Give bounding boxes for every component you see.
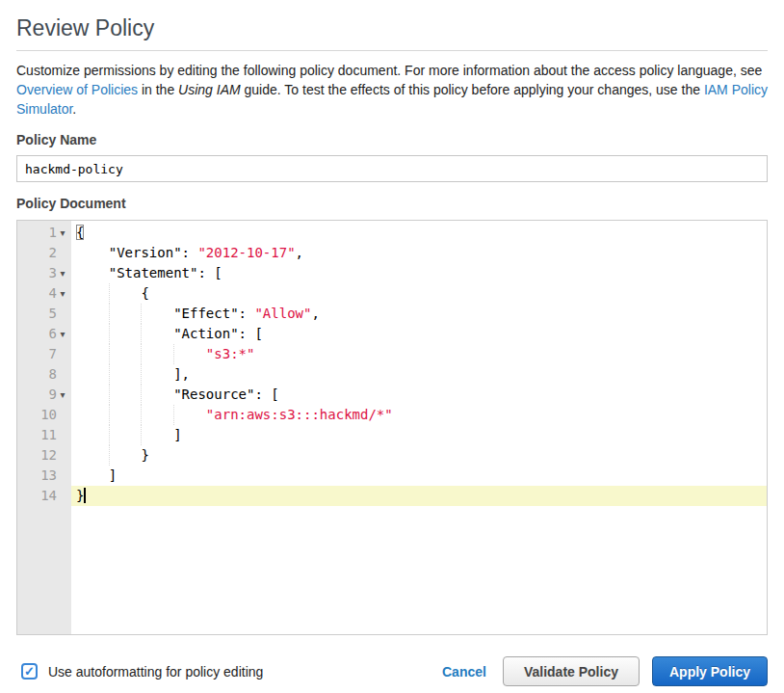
string-token: "arn:aws:s3:::hackmd/*" <box>206 407 393 422</box>
code-line-3: "Statement": [ <box>71 263 767 283</box>
code-line-5: "Effect": "Allow", <box>71 304 767 324</box>
gutter-line-13: 13 <box>17 466 71 486</box>
footer-actions: Cancel Validate Policy Apply Policy <box>442 656 768 686</box>
code-token: "Statement": [ <box>76 265 222 280</box>
overview-of-policies-link[interactable]: Overview of Policies <box>16 82 138 97</box>
code-line-14: } <box>71 486 767 506</box>
string-token: "2012-10-17" <box>197 245 295 260</box>
code-line-10: "arn:aws:s3:::hackmd/*" <box>71 405 767 425</box>
code-token: "Effect": <box>76 306 254 321</box>
policy-name-input[interactable] <box>16 155 768 182</box>
line-number: 13 <box>40 466 57 486</box>
intro-text-before: Customize permissions by editing the fol… <box>16 63 762 78</box>
string-token: "Allow" <box>254 306 311 321</box>
line-number: 14 <box>40 486 57 506</box>
footer-bar: ✓ Use autoformatting for policy editing … <box>16 656 768 686</box>
validate-policy-button[interactable]: Validate Policy <box>503 656 640 686</box>
checkmark-icon: ✓ <box>24 665 35 678</box>
fold-arrow-icon[interactable]: ▾ <box>57 385 68 405</box>
line-number: 4 <box>49 283 57 304</box>
gutter-line-10: 10 <box>17 405 71 425</box>
intro-text-mid1: in the <box>138 82 178 97</box>
code-line-8: ], <box>71 364 767 385</box>
line-number: 11 <box>40 425 57 445</box>
indent-guide <box>109 283 110 304</box>
indent-guide <box>109 405 110 425</box>
autoformat-checkbox[interactable]: ✓ <box>21 663 38 680</box>
apply-policy-button[interactable]: Apply Policy <box>652 656 768 686</box>
code-token: ] <box>76 427 182 442</box>
indent-guide <box>109 344 110 364</box>
line-number: 3 <box>49 263 57 283</box>
line-number: 9 <box>49 385 57 405</box>
line-number: 2 <box>49 243 57 263</box>
indent-guide <box>173 344 174 364</box>
gutter-line-1: 1▾ <box>17 223 71 243</box>
editor-code[interactable]: { "Version": "2012-10-17", "Statement": … <box>71 221 767 634</box>
code-line-1: { <box>71 223 767 243</box>
using-iam-guide-name: Using IAM <box>178 82 241 97</box>
gutter-line-4: 4▾ <box>17 283 71 304</box>
gutter-line-12: 12 <box>17 445 71 466</box>
header-divider <box>16 50 768 51</box>
line-number: 10 <box>40 405 57 425</box>
indent-guide <box>141 304 142 324</box>
code-line-12: } <box>71 445 767 466</box>
intro-paragraph: Customize permissions by editing the fol… <box>16 61 768 119</box>
autoformat-label: Use autoformatting for policy editing <box>48 664 263 680</box>
code-line-11: ] <box>71 425 767 445</box>
line-number: 6 <box>49 324 57 344</box>
indent-guide <box>141 405 142 425</box>
gutter-line-11: 11 <box>17 425 71 445</box>
text-cursor <box>84 488 86 503</box>
code-line-7: "s3:*" <box>71 344 767 364</box>
line-number: 5 <box>49 304 57 324</box>
code-line-6: "Action": [ <box>71 324 767 344</box>
indent-guide <box>109 385 110 405</box>
fold-arrow-icon[interactable]: ▾ <box>57 223 68 243</box>
code-token: } <box>76 488 84 503</box>
page-title: Review Policy <box>16 15 768 40</box>
gutter-line-3: 3▾ <box>17 263 71 283</box>
line-number: 12 <box>40 445 57 466</box>
line-number: 1 <box>49 223 57 243</box>
code-line-9: "Resource": [ <box>71 385 767 405</box>
indent-guide <box>141 385 142 405</box>
fold-arrow-icon[interactable]: ▾ <box>57 324 68 344</box>
cancel-link[interactable]: Cancel <box>442 664 486 680</box>
code-token: "Version": <box>76 245 197 260</box>
intro-text-mid2: guide. To test the effects of this polic… <box>241 82 704 97</box>
code-token: "Resource": [ <box>76 386 279 402</box>
fold-arrow-icon[interactable]: ▾ <box>57 283 68 304</box>
policy-name-label: Policy Name <box>16 132 768 147</box>
indent-guide <box>173 405 174 425</box>
gutter-line-9: 9▾ <box>17 385 71 405</box>
policy-document-editor[interactable]: 1▾23▾4▾56▾789▾1011121314 { "Version": "2… <box>16 220 768 635</box>
gutter-line-14: 14 <box>17 486 71 506</box>
code-line-2: "Version": "2012-10-17", <box>71 243 767 263</box>
indent-guide <box>109 425 110 445</box>
fold-arrow-icon[interactable]: ▾ <box>57 263 68 283</box>
review-policy-page: Review Policy Customize permissions by e… <box>0 15 784 686</box>
code-token: "Action": [ <box>76 326 263 341</box>
code-token: } <box>76 447 149 463</box>
intro-text-after: . <box>72 101 76 117</box>
gutter-line-6: 6▾ <box>17 324 71 344</box>
autoformat-option[interactable]: ✓ Use autoformatting for policy editing <box>16 663 263 680</box>
indent-guide <box>109 324 110 344</box>
string-token: "s3:*" <box>206 346 255 361</box>
indent-guide <box>141 344 142 364</box>
indent-guide <box>141 425 142 445</box>
gutter-line-5: 5 <box>17 304 71 324</box>
policy-document-label: Policy Document <box>16 196 768 211</box>
code-line-13: ] <box>71 466 767 486</box>
indent-guide <box>141 324 142 344</box>
line-number: 8 <box>49 364 57 385</box>
gutter-line-7: 7 <box>17 344 71 364</box>
indent-guide <box>109 304 110 324</box>
code-token: ] <box>76 467 117 483</box>
code-token: , <box>311 306 319 321</box>
code-token: ], <box>76 366 190 382</box>
editor-gutter: 1▾23▾4▾56▾789▾1011121314 <box>17 221 71 634</box>
gutter-line-8: 8 <box>17 364 71 385</box>
